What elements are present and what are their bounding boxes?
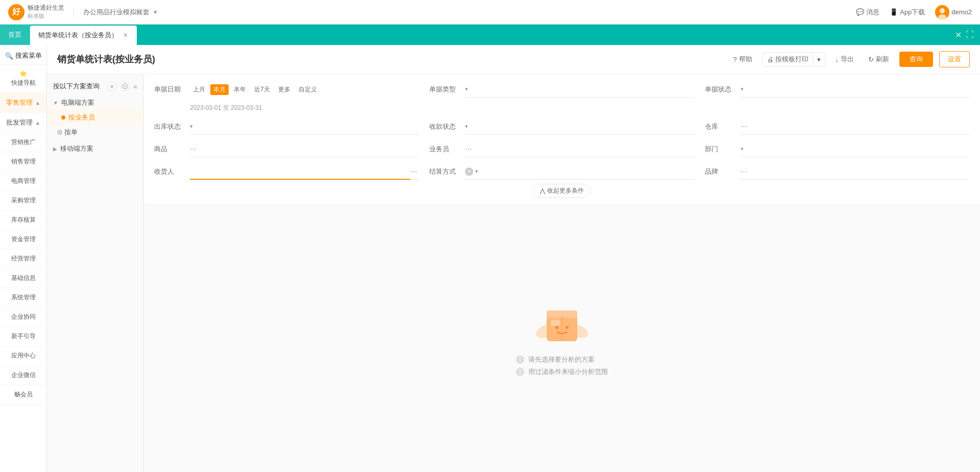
payment-status-select[interactable]: ▾ xyxy=(465,119,694,135)
topbar: 好 畅捷通好生意 标准版 办公用品行业模拟账套 ▾ 💬 消息 📱 App下载 xyxy=(0,0,980,25)
sidebar-item-finance[interactable]: 资金管理 xyxy=(0,230,46,249)
sidebar-item-sales[interactable]: 销售管理 xyxy=(0,152,46,172)
scheme-sub-by-order[interactable]: ⊞ 按单 xyxy=(47,125,143,139)
retail-arrow-icon: ▲ xyxy=(35,100,40,106)
sidebar-item-purchase[interactable]: 采购管理 xyxy=(0,191,46,210)
messages-btn[interactable]: 💬 消息 xyxy=(856,8,879,17)
collapse-btn[interactable]: ⋀ 收起更多条件 xyxy=(533,184,591,198)
filter-row-payment-status: 收款状态 ▾ xyxy=(429,119,694,135)
sidebar-item-system[interactable]: 系统管理 xyxy=(0,288,46,308)
sidebar-item-operations[interactable]: 经营管理 xyxy=(0,249,46,269)
doc-status-select[interactable]: ▾ xyxy=(741,81,970,98)
brand-label: 品牌 xyxy=(705,167,736,176)
sidebar-item-member[interactable]: 畅会员 xyxy=(0,385,46,405)
goods-more-icon[interactable]: ··· xyxy=(190,145,197,154)
scheme-collapse-btn[interactable]: « xyxy=(133,82,137,90)
help-btn[interactable]: ? 帮助 xyxy=(729,53,756,66)
tab-close-icon[interactable]: ✕ xyxy=(123,32,128,39)
doc-type-control[interactable]: ▾ xyxy=(465,81,694,98)
date-tab-more[interactable]: 更多 xyxy=(275,84,293,95)
sidebar-item-apps[interactable]: 应用中心 xyxy=(0,346,46,366)
svg-text:✎: ✎ xyxy=(124,85,127,88)
salesperson-control[interactable]: ··· xyxy=(465,141,694,157)
date-tab-this-month[interactable]: 本月 xyxy=(210,84,229,95)
filter-row-settlement: 结算方式 ✕ ▾ xyxy=(429,163,694,180)
sidebar-item-ecommerce[interactable]: 电商管理 xyxy=(0,172,46,191)
payment-status-control[interactable]: ▾ xyxy=(465,119,694,135)
department-select[interactable]: ▾ xyxy=(741,141,970,157)
sidebar-item-inventory[interactable]: 库存核算 xyxy=(0,210,46,230)
out-status-control[interactable]: ▾ xyxy=(190,119,419,135)
scheme-add-btn[interactable]: + xyxy=(107,81,117,91)
brand-control[interactable]: ··· xyxy=(741,163,970,180)
warehouse-more-icon[interactable]: ··· xyxy=(741,122,747,131)
filter-row-goods: 商品 ··· xyxy=(154,141,419,157)
receiver-more-icon[interactable]: ··· xyxy=(410,167,417,176)
doc-status-control[interactable]: ▾ xyxy=(741,81,970,98)
doc-type-label: 单据类型 xyxy=(429,85,460,94)
close-window-btn[interactable]: ✕ xyxy=(955,30,962,40)
sidebar-item-quick-nav[interactable]: ⭐ 快捷导航 xyxy=(0,65,46,93)
settings-btn[interactable]: 设置 xyxy=(939,51,970,67)
warehouse-control[interactable]: ··· xyxy=(741,119,970,135)
svg-point-12 xyxy=(566,326,569,329)
sidebar-search[interactable]: 🔍 搜索菜单 xyxy=(0,45,46,65)
order-group-icon: ⊞ xyxy=(57,129,62,136)
query-btn[interactable]: 查询 xyxy=(899,52,933,67)
filter-row-warehouse: 仓库 ··· xyxy=(705,119,970,135)
message-icon: 💬 xyxy=(856,8,864,16)
settlement-control[interactable]: ✕ ▾ xyxy=(465,163,694,180)
salesperson-select[interactable]: ··· xyxy=(465,141,694,157)
tab-sales-stat[interactable]: 销货单统计表（按业务员） ✕ xyxy=(30,26,137,45)
date-tab-last-month[interactable]: 上月 xyxy=(190,84,208,95)
date-tab-this-year[interactable]: 本年 xyxy=(231,84,249,95)
out-status-label: 出库状态 xyxy=(154,122,185,131)
out-status-select[interactable]: ▾ xyxy=(190,119,419,135)
warehouse-select[interactable]: ··· xyxy=(741,119,970,135)
print-btn[interactable]: 🖨 按模板打印 xyxy=(763,53,813,66)
scheme-group-desktop-title[interactable]: ▼ 电脑端方案 xyxy=(47,96,143,110)
user-profile[interactable]: demo2 xyxy=(935,5,972,19)
scheme-group-mobile-title[interactable]: ▶ 移动端方案 xyxy=(47,141,143,156)
sidebar-item-basic[interactable]: 基础信息 xyxy=(0,269,46,288)
tab-home[interactable]: 首页 xyxy=(0,25,30,45)
scheme-sub-by-salesperson[interactable]: 按业务员 xyxy=(47,110,143,125)
export-btn[interactable]: ↓ 导出 xyxy=(831,53,859,66)
app-download-btn[interactable]: 📱 App下载 xyxy=(890,8,925,17)
maximize-window-btn[interactable]: ⛶ xyxy=(966,30,974,39)
goods-select[interactable]: ··· xyxy=(190,141,419,157)
scheme-group-mobile: ▶ 移动端方案 xyxy=(47,141,143,156)
refresh-btn[interactable]: ↻ 刷新 xyxy=(864,53,893,66)
collapse-row: ⋀ 收起更多条件 xyxy=(154,184,970,200)
quick-nav-icon: ⭐ xyxy=(19,70,27,77)
sidebar-item-marketing[interactable]: 营销推广 xyxy=(0,133,46,152)
receiver-control[interactable]: ··· xyxy=(190,163,419,180)
sidebar-item-guide[interactable]: 新手引导 xyxy=(0,327,46,346)
date-tab-7days[interactable]: 近7天 xyxy=(251,84,273,95)
sidebar-item-enterprise[interactable]: 企业协同 xyxy=(0,308,46,327)
topbar-title-arrow-icon[interactable]: ▾ xyxy=(154,8,157,16)
date-tab-custom[interactable]: 自定义 xyxy=(296,84,320,95)
sidebar-item-retail[interactable]: 零售管理 ▲ xyxy=(0,93,46,113)
department-control[interactable]: ▾ xyxy=(741,141,970,157)
goods-control[interactable]: ··· xyxy=(190,141,419,157)
settlement-select[interactable]: ✕ ▾ xyxy=(465,163,694,180)
settlement-label: 结算方式 xyxy=(429,167,460,176)
brand-more-icon[interactable]: ··· xyxy=(741,167,747,176)
receiver-text-input[interactable] xyxy=(190,163,410,180)
sidebar-item-wechat[interactable]: 企业微信 xyxy=(0,366,46,385)
brand-select[interactable]: ··· xyxy=(741,163,970,180)
sidebar-item-wholesale[interactable]: 批发管理 ▲ xyxy=(0,113,46,133)
filter-row-salesperson: 业务员 ··· xyxy=(429,141,694,157)
doc-type-select[interactable]: ▾ xyxy=(465,81,694,98)
salesperson-more-icon[interactable]: ··· xyxy=(465,145,472,154)
print-dropdown-btn[interactable]: ▾ xyxy=(813,54,825,65)
filter-row-doc-type: 单据类型 ▾ xyxy=(429,81,694,98)
receiver-label: 收货人 xyxy=(154,167,185,176)
avatar xyxy=(935,5,949,19)
scheme-edit-btn[interactable]: ✎ xyxy=(120,81,130,91)
salesperson-label: 业务员 xyxy=(429,145,460,154)
settlement-clear-btn[interactable]: ✕ xyxy=(465,168,473,176)
wholesale-arrow-icon: ▲ xyxy=(35,120,40,126)
receiver-input[interactable]: ··· xyxy=(190,163,419,180)
